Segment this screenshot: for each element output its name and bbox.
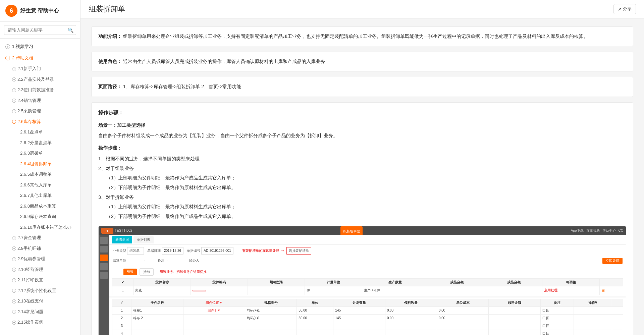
sidebar-item-inv-ledger[interactable]: 2.6.9库存账本查询: [19, 211, 80, 222]
expand-icon-dataprep: +: [12, 88, 16, 92]
sidebar-item-sales[interactable]: +2.4销售管理: [12, 95, 80, 106]
sidebar-item-assembly[interactable]: 2.6.4组装拆卸单: [19, 159, 80, 169]
mock-form-header: 业务类型 组装单 单据日期 2019-12-26 单据编号 AD-2019122…: [109, 244, 626, 267]
sidebar-item-inv-ledger-fix[interactable]: 2.6.10库存账本错了怎么办: [19, 222, 80, 233]
mock-confirm-btn[interactable]: 立即处理: [602, 258, 623, 264]
screenshot: 6 TEST-H002 拟新增单据 App下载 在线帮助 帮助中心 CC: [98, 226, 626, 335]
sidebar-item-docs[interactable]: − 2.帮助文档: [0, 53, 80, 63]
expand-icon: +: [5, 44, 10, 49]
sidebar-item-purchase[interactable]: +2.5采购管理: [12, 106, 80, 116]
mock-tab-active: 新增单据: [112, 236, 132, 243]
sidebar-item-install[interactable]: +2.2产品安装及登录: [12, 74, 80, 85]
sidebar-item-dataprep[interactable]: +2.3使用前数据准备: [12, 85, 80, 95]
step-2-2: （2）下部明细为子件明细，最终作为原材料生成其它出库单。: [106, 183, 626, 192]
mock-lower-row-1: 1 棉布1 组件1 ▼ 均码(+)1 30.00 145 0.00 0.00: [112, 307, 623, 315]
mock-logo: 6: [101, 228, 113, 234]
expand-icon-customize: +: [12, 289, 16, 293]
sidebar-item-cost-recalc[interactable]: 2.6.8商品成本重算: [19, 201, 80, 212]
mock-lower-row-2: 2 棉布 2 均码(+)1 30.00 145 0.00 0.00: [112, 315, 623, 322]
sidebar-item-coupon[interactable]: +2.9优惠券管理: [12, 254, 80, 264]
search-bar: 🔍: [0, 22, 80, 39]
expand-icon-payment: +: [12, 299, 16, 303]
sidebar-label-docs: 2.帮助文档: [12, 55, 33, 61]
mock-bom-select: 选择装配清单: [286, 247, 311, 255]
steps-heading: 操作步骤：: [98, 144, 626, 152]
mock-annotation1: 有装配清单的在这里处理: [242, 248, 279, 254]
share-button[interactable]: ↗ 分享: [613, 4, 636, 14]
mock-biz-switch-row: 组装 拆卸 组装业务、拆卸业务在这里切换: [109, 267, 626, 277]
role-text: 通常由生产人员或库管人员完成拆装业务的操作，库管人员确认原材料的出库和产成品的入…: [123, 59, 325, 64]
expand-icon-ops: +: [12, 268, 16, 272]
mock-annotation3: 启用处理: [544, 288, 557, 292]
sidebar-label-videos: 1.视频学习: [12, 44, 33, 50]
sidebar-item-mobile[interactable]: +2.8手机旺铺: [12, 243, 80, 254]
mock-type-group: 业务类型 组装单: [113, 247, 144, 255]
expand-icon-install: +: [12, 77, 16, 81]
sidebar-item-partial-stocktake[interactable]: 2.6.2分量盘点单: [19, 137, 80, 148]
expand-icon-beginner: +: [12, 67, 16, 71]
sidebar-item-videos[interactable]: + 1.视频学习: [0, 41, 80, 52]
mock-remark-val: [167, 260, 183, 261]
intro-block: 功能介绍： 组装拆卸单用来处理企业组装或拆卸等加工业务，支持有固定装配清单的产品…: [91, 26, 633, 46]
sidebar-item-payment[interactable]: +2.13在线支付: [12, 296, 80, 306]
main-content: 功能介绍： 组装拆卸单用来处理企业组装或拆卸等加工业务，支持有固定装配清单的产品…: [80, 18, 644, 335]
sidebar: 6 好生意 帮助中心 🔍 + 1.视频学习 − 2.帮助文档 +2.1新手入门: [0, 0, 80, 335]
nav-sub-docs: +2.1新手入门 +2.2产品安装及登录 +2.3使用前数据准备 +2.4销售管…: [0, 63, 80, 328]
mock-expand-icon[interactable]: ⊞: [601, 288, 605, 293]
mock-nav-icon-4: [100, 272, 108, 279]
expand-icon-coupon: +: [12, 257, 16, 261]
expand-icon-purchase: +: [12, 109, 16, 113]
mock-upper-table-area: ✓ 父件名称 父件编码 规格型号 计量单位 生产数量 成品金额 成品金额 可调整: [109, 277, 626, 297]
mock-assembly-tab: 组装: [123, 269, 137, 275]
scene1-desc: 当由多个子件材料组装成一个成品的业务为【组装】业务，当由一个父件拆分成多个子产品…: [98, 131, 626, 140]
sidebar-item-print[interactable]: +2.11打印设置: [12, 275, 80, 285]
mock-upper-table: ✓ 父件名称 父件编码 规格型号 计量单位 生产数量 成品金额 成品金额 可调整: [112, 278, 623, 295]
step-2-1: （1）上部明细为父件明细，最终作为产成品生成其它入库单；: [106, 173, 626, 182]
nav-section-1: + 1.视频学习: [0, 41, 80, 52]
mock-lower-row-4: 4 ☐ 回: [112, 330, 623, 335]
logo-text: 好生意 帮助中心: [20, 7, 59, 14]
logo-icon: 6: [5, 5, 17, 17]
role-label: 使用角色：: [98, 59, 122, 64]
search-input[interactable]: [4, 25, 76, 35]
role-block: 使用角色： 通常由生产人员或库管人员完成拆装业务的操作，库管人员确认原材料的出库…: [91, 52, 633, 71]
expand-icon-mobile: +: [12, 246, 16, 250]
mock-parent-code-input: [193, 290, 206, 291]
step-3-2: （2）下部明细为子件明细，最终作为产成品生成其它入库单。: [106, 212, 626, 221]
mock-nav-icon-2: [100, 246, 108, 253]
search-icon: 🔍: [68, 27, 73, 33]
sidebar-item-other-out[interactable]: 2.6.7其他出库单: [19, 190, 80, 201]
mock-disassembly-tab: 拆卸: [140, 268, 154, 276]
mock-form-row1: 业务类型 组装单 单据日期 2019-12-26 单据编号 AD-2019122…: [113, 246, 623, 255]
operations-block: 操作步骤： 场景一：加工类型选择 当由多个子件材料组装成一个成品的业务为【组装】…: [91, 102, 633, 335]
mock-nav-icon-1: [100, 237, 108, 244]
sidebar-item-beginner[interactable]: +2.1新手入门: [12, 63, 80, 74]
sidebar-item-customize[interactable]: +2.12系统个性化设置: [12, 285, 80, 296]
intro-text: 组装拆卸单用来处理企业组装或拆卸等加工业务，支持有固定装配清单的产品加工业务，也…: [123, 34, 588, 39]
sidebar-item-cost-adjust[interactable]: 2.6.5成本调整单: [19, 169, 80, 180]
mock-user: CC: [619, 228, 623, 234]
mock-helpcenter: 帮助中心: [602, 228, 616, 234]
sidebar-item-faq[interactable]: +2.14常见问题: [12, 306, 80, 317]
step-1: 1、根据不同的业务，选择不同单据的类型来处理: [98, 154, 626, 163]
sidebar-item-finance[interactable]: +2.7资金管理: [12, 232, 80, 243]
mock-annotation2: 组装业务、拆卸业务在这里切换: [160, 269, 207, 275]
sidebar-item-inventory[interactable]: −2.6库存核算: [12, 116, 80, 127]
mock-annot4-header: 组件位置▼: [183, 299, 245, 307]
expand-icon-finance: +: [12, 236, 16, 240]
mock-titlebar: 6 TEST-H002 拟新增单据 App下载 在线帮助 帮助中心 CC: [99, 226, 626, 235]
sidebar-item-ops[interactable]: +2.10经营管理: [12, 264, 80, 275]
mock-help: 在线帮助: [586, 228, 600, 234]
mock-lower-table: ✓ 子件名称 组件位置▼ 规格型号 单位 计划数量 领料数量 单位成本 领料金额: [112, 299, 623, 335]
expand-icon-print: +: [12, 278, 16, 282]
intro-label: 功能介绍：: [98, 34, 122, 39]
sidebar-item-stocktake[interactable]: 2.6.1盘点单: [19, 127, 80, 137]
sidebar-item-other-in[interactable]: 2.6.6其他入库单: [19, 180, 80, 190]
operations-heading: 操作步骤：: [98, 108, 626, 117]
step-3: 3、对于拆卸业务: [98, 193, 626, 202]
mock-tabbar: 新增单据 单据列表: [109, 235, 626, 244]
mock-upper-header-row: ✓ 父件名称 父件编码 规格型号 计量单位 生产数量 成品金额 成品金额 可调整: [112, 278, 623, 286]
sidebar-item-cases[interactable]: +2.15操作案例: [12, 317, 80, 328]
sidebar-item-transfer[interactable]: 2.6.3调拨单: [19, 148, 80, 159]
arrow-right-icon: →: [280, 246, 285, 255]
